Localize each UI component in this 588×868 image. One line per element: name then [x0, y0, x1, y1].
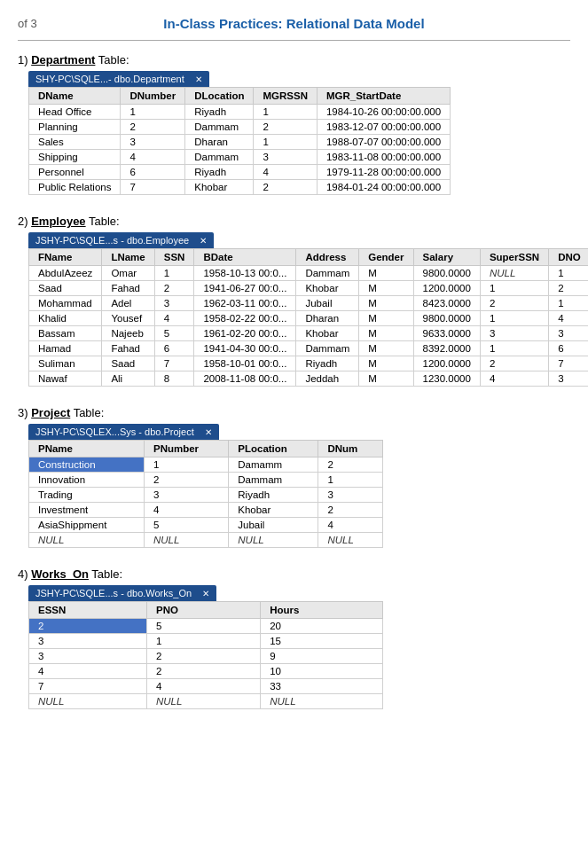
col-header-fname: FName: [29, 249, 102, 266]
col-header-essn: ESSN: [29, 602, 147, 619]
table-cell: Khalid: [29, 311, 102, 326]
table-row[interactable]: NawafAli82008-11-08 00:0...JeddahM1230.0…: [29, 371, 589, 387]
table-cell: 2: [480, 296, 548, 311]
table-cell: Dharan: [185, 135, 254, 150]
table-cell: Saad: [29, 281, 102, 296]
table-cell: Head Office: [29, 105, 121, 120]
table-row[interactable]: Construction1Damamm2: [29, 457, 383, 473]
section-heading-department: 1) Department Table:: [18, 53, 570, 66]
table-cell: Riyadh: [296, 356, 359, 371]
table-row[interactable]: 4210: [29, 664, 383, 679]
table-cell: 1958-10-01 00:0...: [194, 356, 296, 371]
table-cell: 2: [318, 457, 383, 473]
table-cell: Yousef: [102, 311, 154, 326]
table-cell: 8392.0000: [413, 341, 480, 356]
table-row[interactable]: Public Relations7Khobar21984-01-24 00:00…: [29, 180, 451, 195]
table-cell: Najeeb: [102, 326, 154, 341]
table-cell: 4: [480, 371, 548, 387]
table-row[interactable]: Sales3Dharan11988-07-07 00:00:00.000: [29, 135, 451, 150]
table-row[interactable]: MohammadAdel31962-03-11 00:0...JubailM84…: [29, 296, 589, 311]
table-cell: Construction: [29, 457, 145, 473]
col-header-dnumber: DNumber: [121, 88, 185, 105]
table-row[interactable]: AbdulAzeezOmar11958-10-13 00:0...DammamM…: [29, 266, 589, 281]
tab-bar-employee[interactable]: JSHY-PC\SQLE...s - dbo.Employee✕: [28, 232, 214, 248]
table-cell: Khobar: [229, 503, 318, 518]
data-table-employee: FNameLNameSSNBDateAddressGenderSalarySup…: [28, 248, 588, 387]
table-row[interactable]: 2520: [29, 619, 383, 634]
page-counter: of 3: [18, 17, 37, 30]
table-cell: 3: [144, 488, 228, 503]
table-row[interactable]: Head Office1Riyadh11984-10-26 00:00:00.0…: [29, 105, 451, 120]
table-cell: 1: [154, 266, 194, 281]
table-cell: 3: [549, 371, 588, 387]
tab-label-employee: JSHY-PC\SQLE...s - dbo.Employee: [35, 235, 189, 246]
table-cell: Dammam: [296, 266, 359, 281]
tab-bar-project[interactable]: JSHY-PC\SQLEX...Sys - dbo.Project✕: [28, 424, 219, 440]
table-cell: 4: [154, 311, 194, 326]
table-row[interactable]: SaadFahad21941-06-27 00:0...KhobarM1200.…: [29, 281, 589, 296]
table-cell: 3: [29, 649, 147, 664]
table-cell: 5: [147, 619, 261, 634]
table-cell: 8423.0000: [413, 296, 480, 311]
table-cell: Riyadh: [229, 488, 318, 503]
table-row[interactable]: BassamNajeeb51961-02-20 00:0...KhobarM96…: [29, 326, 589, 341]
table-cell: Ali: [102, 371, 154, 387]
table-cell: 2008-11-08 00:0...: [194, 371, 296, 387]
table-cell: 7: [154, 356, 194, 371]
table-cell: 3: [29, 634, 147, 649]
table-row[interactable]: 7433: [29, 679, 383, 694]
col-header-salary: Salary: [413, 249, 480, 266]
table-row[interactable]: HamadFahad61941-04-30 00:0...DammamM8392…: [29, 341, 589, 356]
table-cell: 4: [318, 518, 383, 533]
table-cell: Riyadh: [185, 105, 254, 120]
table-cell: 1: [318, 473, 383, 488]
col-header-mgrssn: MGRSSN: [254, 88, 317, 105]
col-header-dnum: DNum: [318, 441, 383, 457]
table-row[interactable]: Shipping4Dammam31983-11-08 00:00:00.000: [29, 150, 451, 165]
table-cell: 1: [254, 105, 317, 120]
table-row[interactable]: NULLNULLNULLNULL: [29, 533, 383, 548]
table-cell: Dammam: [185, 150, 254, 165]
table-cell: 2: [318, 503, 383, 518]
table-cell: NULL: [29, 533, 145, 548]
table-cell: 6: [121, 165, 185, 180]
tab-bar-department[interactable]: SHY-PC\SQLE...- dbo.Department✕: [28, 71, 209, 87]
table-row[interactable]: KhalidYousef41958-02-22 00:0...DharanM98…: [29, 311, 589, 326]
tab-close-department[interactable]: ✕: [195, 74, 202, 84]
table-row[interactable]: Trading3Riyadh3: [29, 488, 383, 503]
table-cell: 4: [549, 311, 588, 326]
table-cell: 1988-07-07 00:00:00.000: [317, 135, 450, 150]
table-cell: 4: [147, 679, 261, 694]
table-cell: Jubail: [296, 296, 359, 311]
table-row[interactable]: 3115: [29, 634, 383, 649]
tab-bar-works_on[interactable]: JSHY-PC\SQLE...s - dbo.Works_On✕: [28, 585, 216, 601]
table-cell: 1962-03-11 00:0...: [194, 296, 296, 311]
table-cell: M: [359, 341, 413, 356]
table-cell: 1984-01-24 00:00:00.000: [317, 180, 450, 195]
col-header-superssn: SuperSSN: [480, 249, 548, 266]
table-cell: Shipping: [29, 150, 121, 165]
table-cell: Innovation: [29, 473, 145, 488]
table-cell: Khobar: [296, 281, 359, 296]
tab-close-project[interactable]: ✕: [205, 427, 212, 437]
col-header-pno: PNO: [147, 602, 261, 619]
table-cell: 5: [154, 326, 194, 341]
table-row[interactable]: Investment4Khobar2: [29, 503, 383, 518]
table-cell: 2: [147, 664, 261, 679]
table-row[interactable]: Planning2Dammam21983-12-07 00:00:00.000: [29, 120, 451, 135]
table-row[interactable]: NULLNULLNULL: [29, 694, 383, 709]
tab-close-works_on[interactable]: ✕: [202, 589, 209, 598]
section-department: 1) Department Table:SHY-PC\SQLE...- dbo.…: [18, 53, 570, 195]
table-cell: 2: [254, 180, 317, 195]
table-cell: NULL: [147, 694, 261, 709]
table-row[interactable]: SulimanSaad71958-10-01 00:0...RiyadhM120…: [29, 356, 589, 371]
tab-close-employee[interactable]: ✕: [200, 236, 207, 246]
table-cell: 9: [261, 649, 383, 664]
table-row[interactable]: Personnel6Riyadh41979-11-28 00:00:00.000: [29, 165, 451, 180]
table-row[interactable]: AsiaShippment5Jubail4: [29, 518, 383, 533]
table-row[interactable]: Innovation2Dammam1: [29, 473, 383, 488]
table-cell: Dammam: [185, 120, 254, 135]
table-cell: 4: [121, 150, 185, 165]
table-row[interactable]: 329: [29, 649, 383, 664]
table-cell: 1: [147, 634, 261, 649]
